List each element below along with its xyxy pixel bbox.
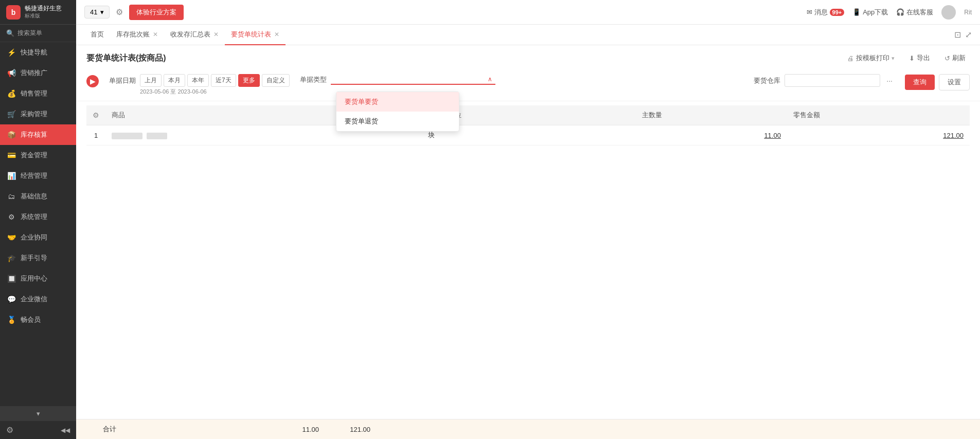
tab-inventory-batch-close[interactable]: ✕ — [153, 31, 158, 38]
tab-home-label: 首页 — [91, 30, 104, 39]
col-amount: 零售金额 — [787, 105, 970, 125]
filter-bar: ▶ 单据日期 上月 本月 本年 近7天 更多 自定义 2023-05-06 至 … — [76, 69, 980, 101]
tab-receive-summary-label: 收发存汇总表 — [170, 30, 210, 39]
app-version: 标准版 — [25, 12, 62, 20]
date-this-month-btn[interactable]: 本月 — [164, 74, 185, 87]
online-service-btn[interactable]: 🎧 在线客服 — [896, 8, 933, 17]
date-last-7days-btn[interactable]: 近7天 — [211, 74, 236, 87]
sidebar-item-finance[interactable]: 💳 资金管理 — [0, 145, 76, 166]
sidebar-item-system[interactable]: ⚙ 系统管理 — [0, 207, 76, 227]
filter-expand-btn[interactable]: ▶ — [86, 75, 99, 87]
sidebar-item-quick-nav[interactable]: ⚡ 快捷导航 — [0, 42, 76, 63]
refresh-btn[interactable]: ↺ 刷新 — [940, 51, 970, 65]
type-dropdown: 要货单要货 要货单退货 — [336, 92, 459, 132]
date-range-display: 2023-05-06 至 2023-06-06 — [140, 88, 290, 96]
tab-home[interactable]: 首页 — [84, 25, 110, 45]
inventory-label: 库存核算 — [21, 130, 47, 139]
template-print-label: 按模板打印 — [856, 53, 889, 63]
type-filter-label: 单据类型 — [300, 75, 327, 84]
system-icon: ⚙ — [6, 212, 16, 222]
operation-icon: 📊 — [6, 171, 16, 181]
type-filter-arrow[interactable]: ∧ — [488, 76, 492, 83]
date-custom-btn[interactable]: 自定义 — [262, 74, 290, 87]
col-quantity: 主数量 — [636, 105, 787, 125]
date-this-year-btn[interactable]: 本年 — [187, 74, 209, 87]
type-filter-wrapper[interactable]: ∧ — [331, 74, 495, 85]
dropdown-item-order-goods[interactable]: 要货单要货 — [336, 92, 459, 112]
sidebar-item-marketing[interactable]: 📢 营销推广 — [0, 63, 76, 83]
sales-label: 销售管理 — [21, 89, 47, 98]
tab-receive-summary[interactable]: 收发存汇总表 ✕ — [164, 25, 225, 45]
messages-badge: 99+ — [830, 9, 845, 16]
headset-icon: 🎧 — [896, 8, 904, 16]
row-amount[interactable]: 121.00 — [787, 125, 970, 145]
collapse-icon[interactable]: ◀◀ — [61, 427, 70, 434]
sidebar-item-guide[interactable]: 🎓 新手引导 — [0, 248, 76, 268]
messages-btn[interactable]: ✉ 消息 99+ — [807, 8, 845, 17]
marketing-label: 营销推广 — [21, 68, 47, 78]
page-header: 要货单统计表(按商品) 🖨 按模板打印 ▾ ⬇ 导出 ↺ 刷新 — [76, 45, 980, 69]
purchase-label: 采购管理 — [21, 109, 47, 119]
sidebar-scroll-down[interactable]: ▾ — [0, 406, 76, 420]
sidebar-item-base[interactable]: 🗂 基础信息 — [0, 186, 76, 207]
tab-expand-icon[interactable]: ⊡ — [954, 30, 961, 40]
dropdown-item-order-return[interactable]: 要货单退货 — [336, 112, 459, 131]
tab-order-stats-close[interactable]: ✕ — [274, 31, 279, 38]
app-download-label: App下载 — [863, 8, 888, 17]
sidebar-item-member[interactable]: 🏅 畅会员 — [0, 309, 76, 330]
table-header-row: ⚙ 商品 主计量单位 主数量 零售金额 — [86, 105, 970, 125]
system-label: 系统管理 — [21, 212, 47, 222]
type-filter-input[interactable] — [334, 75, 488, 83]
apps-icon: 🔲 — [6, 273, 16, 284]
tab-inventory-batch[interactable]: 库存批次账 ✕ — [110, 25, 164, 45]
sidebar-item-purchase[interactable]: 🛒 采购管理 — [0, 104, 76, 124]
tabbar: 首页 库存批次账 ✕ 收发存汇总表 ✕ 要货单统计表 ✕ ⊡ ⤢ — [76, 25, 980, 45]
wechat-label: 企业微信 — [21, 295, 47, 304]
row-quantity[interactable]: 11.00 — [636, 125, 787, 145]
store-selector[interactable]: 41 ▾ — [84, 6, 110, 19]
table-footer: 合计 11.00 121.00 — [76, 419, 980, 439]
member-icon: 🏅 — [6, 315, 16, 325]
data-table: ⚙ 商品 主计量单位 主数量 零售金额 1 块 — [86, 105, 970, 145]
tab-order-stats[interactable]: 要货单统计表 ✕ — [225, 25, 286, 45]
set-btn[interactable]: 设置 — [939, 74, 970, 90]
table-settings-icon[interactable]: ⚙ — [93, 111, 99, 119]
tab-receive-summary-close[interactable]: ✕ — [213, 31, 219, 38]
export-btn[interactable]: ⬇ 导出 — [905, 51, 934, 65]
industry-btn[interactable]: 体验行业方案 — [129, 5, 184, 20]
query-btn[interactable]: 查询 — [905, 75, 935, 90]
date-more-btn[interactable]: 更多 — [238, 74, 260, 87]
refresh-icon: ↺ — [945, 54, 950, 62]
footer-label: 合计 — [103, 425, 216, 434]
tab-fullscreen-icon[interactable]: ⤢ — [965, 30, 972, 40]
table-body: 1 块 11.00 121.00 — [86, 125, 970, 145]
sales-icon: 💰 — [6, 88, 16, 99]
message-icon: ✉ — [807, 8, 812, 16]
date-last-month-btn[interactable]: 上月 — [140, 74, 162, 87]
warehouse-more-icon[interactable]: ··· — [884, 76, 895, 86]
phone-icon: 📱 — [852, 8, 861, 16]
search-icon: 🔍 — [6, 29, 14, 37]
sidebar-item-wechat[interactable]: 💬 企业微信 — [0, 289, 76, 309]
app-download-btn[interactable]: 📱 App下载 — [852, 8, 888, 17]
table-container: ⚙ 商品 主计量单位 主数量 零售金额 1 块 — [76, 105, 980, 145]
sidebar-search[interactable]: 🔍 搜索菜单 — [0, 25, 76, 42]
topbar-settings-icon[interactable]: ⚙ — [116, 7, 123, 17]
date-filter-btns: 上月 本月 本年 近7天 更多 自定义 — [140, 74, 290, 87]
sidebar-item-cooperation[interactable]: 🤝 企业协同 — [0, 227, 76, 248]
print-dropdown-icon: ▾ — [892, 55, 895, 62]
export-label: 导出 — [917, 53, 930, 63]
page-header-actions: 🖨 按模板打印 ▾ ⬇ 导出 ↺ 刷新 — [843, 51, 970, 65]
user-avatar[interactable] — [941, 5, 956, 20]
member-label: 畅会员 — [21, 315, 41, 324]
inventory-icon: 📦 — [6, 130, 16, 140]
sidebar-item-sales[interactable]: 💰 销售管理 — [0, 83, 76, 104]
warehouse-filter-input[interactable] — [785, 74, 880, 87]
sidebar-item-inventory[interactable]: 📦 库存核算 — [0, 124, 76, 145]
sidebar-item-operation[interactable]: 📊 经营管理 — [0, 166, 76, 186]
store-dropdown-icon: ▾ — [100, 8, 104, 16]
print-icon: 🖨 — [847, 54, 854, 62]
template-print-btn[interactable]: 🖨 按模板打印 ▾ — [843, 51, 899, 65]
sidebar-item-apps[interactable]: 🔲 应用中心 — [0, 268, 76, 289]
settings-icon[interactable]: ⚙ — [6, 425, 13, 435]
